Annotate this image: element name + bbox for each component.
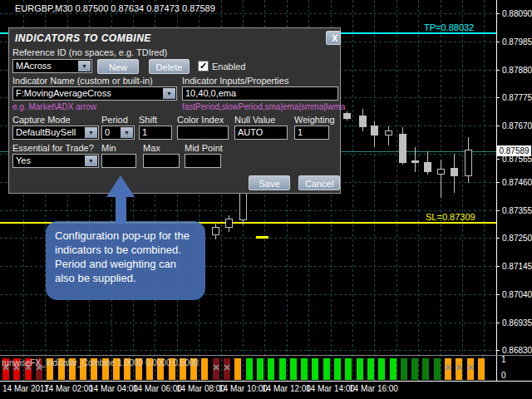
gridline-horizontal <box>0 13 496 14</box>
histogram-bar[interactable] <box>390 358 397 380</box>
sl-label: SL=0.87309 <box>426 212 475 222</box>
subwindow-scale-label: 0 <box>501 371 506 380</box>
time-tick-label[interactable]: 14 Mar 2017 <box>2 384 49 393</box>
candlestick[interactable] <box>359 116 367 127</box>
period-value: 0 <box>105 127 110 137</box>
gridline-vertical <box>374 0 375 381</box>
gridline-vertical <box>397 0 397 381</box>
essential-for-trade-dropdown[interactable]: Yes ▼ <box>12 154 99 168</box>
candlestick[interactable] <box>424 162 431 172</box>
max-label: Max <box>143 143 160 153</box>
candlestick[interactable] <box>399 134 406 163</box>
price-tick-label: 0.86830 <box>502 346 532 355</box>
candle-wick <box>388 126 389 145</box>
histogram-bar[interactable] <box>367 358 374 380</box>
candlestick[interactable] <box>385 131 392 135</box>
shift-field[interactable]: 1 <box>139 126 172 140</box>
candlestick[interactable] <box>225 219 233 228</box>
price-tick-label: 0.86935 <box>502 318 532 328</box>
histogram-bar[interactable] <box>323 358 330 380</box>
time-tick-label[interactable]: 14 Mar 04:00 <box>89 384 138 393</box>
indicator-inputs-field[interactable]: 10,40,0,ema <box>182 86 338 101</box>
subwindow-scale-label: 1 <box>501 355 506 364</box>
color-index-field[interactable] <box>177 126 229 140</box>
histogram-bar[interactable] <box>257 358 264 380</box>
chevron-down-icon[interactable]: ▼ <box>78 61 91 71</box>
subwindow-separator[interactable] <box>0 355 532 356</box>
candlestick[interactable] <box>371 126 378 135</box>
histogram-bar[interactable] <box>478 358 485 380</box>
histogram-bar[interactable] <box>301 358 308 380</box>
price-tick-label: 0.87145 <box>502 262 532 271</box>
close-icon[interactable]: X <box>326 31 341 45</box>
histogram-bar[interactable] <box>422 358 429 380</box>
histogram-bar[interactable] <box>378 358 385 380</box>
reference-id-label: Reference ID (no spaces, e.g. TDIred) <box>12 47 167 57</box>
reference-id-dropdown[interactable]: MAcross ▼ <box>12 59 92 73</box>
histogram-bar[interactable] <box>411 358 418 380</box>
time-tick-label[interactable]: 14 Mar 06:00 <box>133 384 182 393</box>
candlestick[interactable] <box>451 168 458 176</box>
price-marker-dash <box>256 236 268 239</box>
gridline-horizontal <box>0 323 496 323</box>
reference-id-value: MAcross <box>16 61 52 71</box>
candlestick[interactable] <box>465 150 472 176</box>
mid-point-field[interactable] <box>185 154 221 168</box>
histogram-bar[interactable] <box>246 358 253 380</box>
subwindow-indicator-label: runwiseFX_Indicator_Combine 1.0000 0.000… <box>2 358 199 367</box>
price-tick-label: 0.88090 <box>502 9 532 18</box>
candlestick[interactable] <box>437 169 445 175</box>
histogram-bar[interactable] <box>290 358 297 380</box>
null-value-label: Null Value <box>234 115 275 125</box>
cancel-button[interactable]: Cancel <box>298 175 340 190</box>
histogram-bar[interactable] <box>201 358 208 380</box>
min-field[interactable] <box>101 154 136 168</box>
max-field[interactable] <box>143 154 180 168</box>
time-tick-label[interactable]: 14 Mar 14:00 <box>306 384 355 393</box>
histogram-bar[interactable] <box>434 358 441 380</box>
new-button[interactable]: New <box>97 59 139 74</box>
save-button[interactable]: Save <box>249 175 290 190</box>
price-tick-label: 0.87040 <box>502 290 532 299</box>
histogram-bar[interactable] <box>401 358 407 380</box>
chevron-down-icon[interactable]: ▼ <box>85 127 97 138</box>
indicator-name-hint: e.g. Market\ADX arrow <box>12 102 96 111</box>
histogram-bar[interactable] <box>279 358 286 380</box>
gridline-vertical <box>352 0 353 381</box>
time-tick-label[interactable]: 14 Mar 16:00 <box>349 384 398 393</box>
color-index-label: Color Index <box>177 115 224 125</box>
min-label: Min <box>101 143 116 153</box>
null-value-field[interactable]: AUTO <box>234 126 288 140</box>
period-dropdown[interactable]: 0 ▼ <box>101 126 135 140</box>
histogram-bar[interactable] <box>357 358 363 380</box>
histogram-bar[interactable] <box>234 358 241 380</box>
weighting-field[interactable]: 1 <box>294 126 329 140</box>
indicator-name-dropdown[interactable]: F:MovingAverageCross ▼ <box>12 86 177 101</box>
current-price-badge: 0.87589 <box>497 145 531 156</box>
time-tick-label[interactable]: 14 Mar 10:00 <box>219 384 268 393</box>
chevron-down-icon[interactable]: ▼ <box>163 88 175 99</box>
gridline-vertical <box>462 0 463 381</box>
candlestick[interactable] <box>343 113 351 119</box>
enabled-checkbox[interactable]: ✓ <box>198 61 209 71</box>
indicators-to-combine-dialog: INDICATORS TO COMBINE X Reference ID (no… <box>8 27 341 194</box>
time-tick-label[interactable]: 14 Mar 12:00 <box>262 384 311 393</box>
indicator-name-label: Indicator Name (custom or built-in) <box>12 76 153 86</box>
delete-button[interactable]: Delete <box>149 59 190 74</box>
histogram-bar[interactable] <box>334 358 341 380</box>
callout-arrow-stem <box>116 195 126 224</box>
histogram-bar[interactable] <box>345 358 352 380</box>
candlestick[interactable] <box>411 160 419 163</box>
capture-mode-dropdown[interactable]: DefaultBuySell ▼ <box>12 126 99 140</box>
gridline-vertical <box>418 0 419 381</box>
histogram-bar[interactable] <box>268 358 274 380</box>
time-tick-label[interactable]: 14 Mar 02:00 <box>44 384 93 393</box>
candlestick[interactable] <box>212 227 219 235</box>
enabled-label: Enabled <box>212 62 245 71</box>
gridline-vertical <box>484 0 485 381</box>
chevron-down-icon[interactable]: ▼ <box>85 155 97 166</box>
dialog-title: INDICATORS TO COMBINE <box>15 32 151 44</box>
chevron-down-icon[interactable]: ▼ <box>121 127 133 138</box>
x-marker-icon: ✕ <box>223 362 230 373</box>
histogram-bar[interactable] <box>312 358 318 380</box>
